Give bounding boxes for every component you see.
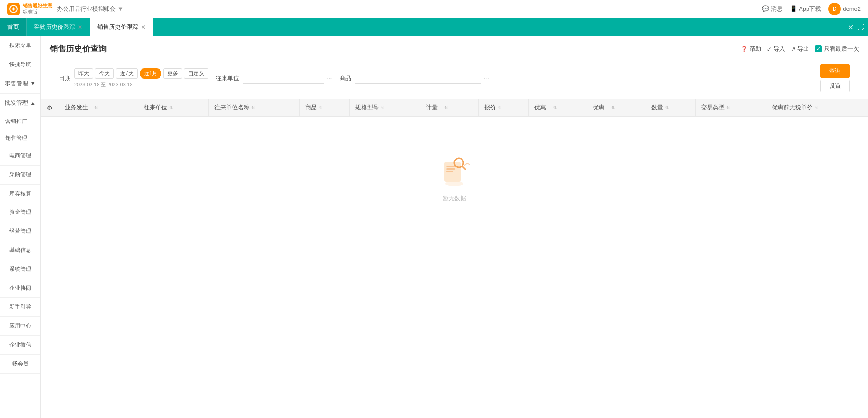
- filter-row: 日期 昨天 今天 近7天 近1月 更多 自定义 2023-02-18 至 202…: [50, 60, 859, 99]
- app-selector[interactable]: 办公用品行业模拟账套 ▼: [57, 5, 123, 13]
- top-bar: 销售通好生意 标准版 办公用品行业模拟账套 ▼ 💬 消息 📱 App下载 D d…: [0, 0, 868, 18]
- th-discount2[interactable]: 优惠... ⇅: [587, 99, 646, 117]
- th-discount1[interactable]: 优惠... ⇅: [528, 99, 587, 117]
- sort-icon-product: ⇅: [319, 105, 322, 110]
- logo-text: 销售通好生意 标准版: [23, 3, 52, 14]
- page-title: 销售历史价查询: [50, 43, 107, 54]
- sidebar-item-retail-mgmt[interactable]: 零售管理 ▼: [0, 74, 40, 94]
- sidebar-sub-item-marketing[interactable]: 营销推广: [0, 113, 40, 130]
- date-btn-today[interactable]: 今天: [95, 68, 114, 79]
- th-partner-code[interactable]: 往来单位 ⇅: [138, 99, 208, 117]
- help-icon: ❓: [741, 46, 748, 52]
- sidebar-item-system-mgmt[interactable]: 系统管理: [0, 260, 40, 279]
- tab-purchase-history[interactable]: 采购历史价跟踪 ✕: [27, 18, 90, 36]
- sidebar-item-capital[interactable]: 资金管理: [0, 203, 40, 222]
- th-spec[interactable]: 规格型号 ⇅: [349, 99, 420, 117]
- help-button[interactable]: ❓ 帮助: [741, 45, 761, 53]
- new-guide-label: 新手引导: [9, 303, 31, 311]
- sidebar-item-ecommerce[interactable]: 电商管理: [0, 147, 40, 166]
- tab-sales-history[interactable]: 销售历史价跟踪 ✕: [90, 18, 153, 36]
- sidebar-item-purchase[interactable]: 采购管理: [0, 166, 40, 185]
- sidebar-item-quick-nav[interactable]: 快捷导航: [0, 55, 40, 74]
- date-btn-custom[interactable]: 自定义: [184, 68, 208, 79]
- date-btn-more[interactable]: 更多: [163, 68, 182, 79]
- ops-label: 经营管理: [9, 228, 31, 235]
- sort-icon-pre-tax-price: ⇅: [815, 105, 818, 110]
- sidebar-item-app-center[interactable]: 应用中心: [0, 317, 40, 336]
- date-btn-yesterday[interactable]: 昨天: [74, 68, 93, 79]
- purchase-history-tab-label: 采购历史价跟踪: [34, 23, 75, 31]
- sidebar-item-ops[interactable]: 经营管理: [0, 222, 40, 241]
- product-search-icon[interactable]: ···: [483, 74, 489, 82]
- th-biz-date[interactable]: 业务发生... ⇅: [59, 99, 138, 117]
- settings-button[interactable]: 设置: [820, 80, 850, 92]
- tab-bar-actions: ✕ ⛶: [848, 23, 868, 32]
- date-buttons: 昨天 今天 近7天 近1月 更多 自定义 2023-02-18 至 2023-0…: [74, 68, 208, 88]
- table-header-row: ⚙ 业务发生... ⇅ 往来单位 ⇅: [41, 99, 868, 117]
- date-btn-7days[interactable]: 近7天: [116, 68, 138, 79]
- ecommerce-label: 电商管理: [9, 152, 31, 160]
- user-profile[interactable]: D demo2: [828, 3, 861, 15]
- page-title-row: 销售历史价查询 ❓ 帮助 ↙ 导入 ↗ 导出: [50, 43, 859, 54]
- sidebar-item-basic-info[interactable]: 基础信息: [0, 241, 40, 260]
- date-btn-1month[interactable]: 近1月: [140, 68, 162, 79]
- top-bar-left: 销售通好生意 标准版 办公用品行业模拟账套 ▼: [7, 3, 123, 15]
- enterprise-wechat-label: 企业微信: [9, 341, 31, 349]
- sort-icon-discount2: ⇅: [611, 105, 615, 110]
- export-button[interactable]: ↗ 导出: [791, 45, 809, 53]
- th-quote[interactable]: 报价 ⇅: [479, 99, 528, 117]
- inventory-label: 库存核算: [9, 190, 31, 198]
- sort-icon-discount1: ⇅: [553, 105, 557, 110]
- search-menu-label: 搜索菜单: [9, 42, 31, 49]
- empty-icon: [436, 153, 472, 189]
- empty-state: 暂无数据: [41, 117, 868, 239]
- sidebar-item-wholesale-mgmt[interactable]: 批发管理 ▲: [0, 94, 40, 113]
- import-icon: ↙: [767, 46, 772, 52]
- enterprise-collab-label: 企业协同: [9, 285, 31, 292]
- settings-icon: ⚙: [47, 104, 52, 111]
- app-download-button[interactable]: 📱 App下载: [790, 5, 821, 13]
- tab-home[interactable]: 首页: [0, 18, 27, 36]
- sidebar: 搜索菜单 快捷导航 零售管理 ▼ 批发管理 ▲ 营销推广 销售管理 电商管理 采…: [0, 36, 41, 418]
- sidebar-item-enterprise-wechat[interactable]: 企业微信: [0, 336, 40, 355]
- th-pre-tax-price[interactable]: 优惠前无税单价 ⇅: [766, 99, 868, 117]
- app-selector-arrow-icon: ▼: [118, 5, 123, 12]
- query-button[interactable]: 查询: [820, 64, 850, 78]
- th-unit[interactable]: 计量... ⇅: [420, 99, 479, 117]
- sidebar-sub-item-sales-mgmt[interactable]: 销售管理: [0, 130, 40, 147]
- content-area: 销售历史价查询 ❓ 帮助 ↙ 导入 ↗ 导出: [41, 36, 868, 418]
- sidebar-item-search-menu[interactable]: 搜索菜单: [0, 36, 40, 55]
- date-range-text: 2023-02-18 至 2023-03-18: [74, 81, 133, 88]
- th-qty[interactable]: 数量 ⇅: [646, 99, 695, 117]
- sidebar-item-inventory[interactable]: 库存核算: [0, 185, 40, 204]
- sort-icon-biz-date: ⇅: [94, 105, 98, 110]
- sidebar-item-vip-member[interactable]: 畅会员: [0, 355, 40, 374]
- partner-input[interactable]: [243, 73, 324, 84]
- vip-member-label: 畅会员: [12, 360, 28, 368]
- close-all-tabs-icon[interactable]: ✕: [848, 23, 854, 32]
- logo-icon: [7, 3, 20, 15]
- message-button[interactable]: 💬 消息: [762, 5, 783, 13]
- th-partner-name[interactable]: 往来单位名称 ⇅: [208, 99, 300, 117]
- th-product[interactable]: 商品 ⇅: [300, 99, 349, 117]
- sidebar-item-enterprise-collab[interactable]: 企业协同: [0, 279, 40, 298]
- sort-icon-unit: ⇅: [444, 105, 448, 110]
- product-input[interactable]: [355, 73, 481, 84]
- close-purchase-history-icon[interactable]: ✕: [78, 24, 82, 30]
- quick-nav-label: 快捷导航: [9, 61, 31, 68]
- product-input-group: ···: [355, 73, 489, 84]
- message-icon: 💬: [762, 5, 769, 12]
- import-button[interactable]: ↙ 导入: [767, 45, 785, 53]
- system-mgmt-label: 系统管理: [9, 266, 31, 273]
- main-layout: 搜索菜单 快捷导航 零售管理 ▼ 批发管理 ▲ 营销推广 销售管理 电商管理 采…: [0, 36, 868, 418]
- only-last-checkbox[interactable]: 只看最后一次: [815, 45, 859, 53]
- product-filter-group: 商品 ···: [340, 73, 489, 84]
- th-trade-type[interactable]: 交易类型 ⇅: [696, 99, 766, 117]
- svg-rect-4: [446, 168, 455, 170]
- partner-search-icon[interactable]: ···: [326, 74, 332, 82]
- wholesale-mgmt-arrow-icon: ▲: [30, 99, 36, 107]
- sidebar-item-new-guide[interactable]: 新手引导: [0, 298, 40, 317]
- close-sales-history-icon[interactable]: ✕: [141, 24, 146, 30]
- th-settings[interactable]: ⚙: [41, 99, 59, 117]
- maximize-icon[interactable]: ⛶: [857, 23, 864, 31]
